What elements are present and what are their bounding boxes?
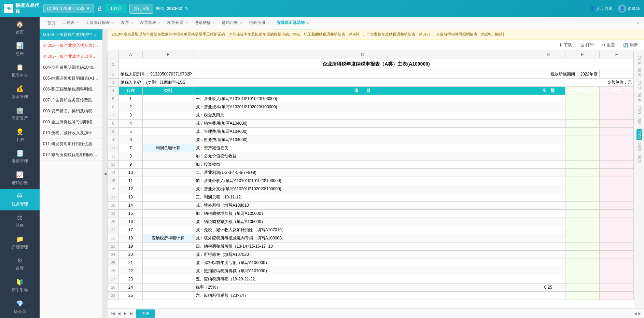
year-item-2017[interactable]: 2017 <box>636 79 642 90</box>
sidebar-item-fixed-assets[interactable]: 🏢 固定资产 <box>0 103 40 125</box>
year-item-2018[interactable]: 2018 <box>636 92 642 102</box>
close-icon[interactable]: × <box>76 21 79 25</box>
sidebar-item-report-center[interactable]: 📋 报表中心 <box>0 60 40 82</box>
tab-home[interactable]: 首页 <box>44 17 59 29</box>
table-row: 15 11 加：营业外收入(填写A101010\101020\103000) <box>108 177 634 185</box>
sheet-next[interactable]: ▶ <box>123 311 128 316</box>
sidebar-item-label: 首页 <box>16 29 24 35</box>
sidebar-item-fund-mgmt[interactable]: 💰 资金管理 <box>0 82 40 103</box>
form-list-item-008[interactable]: 008-资产折旧、摊销及纳税... <box>40 106 102 117</box>
tab-invoice[interactable]: 发票 × <box>117 17 137 29</box>
table-title-cell: 企业所得税年度纳税申报表（A类）主表(A100000) <box>119 58 634 70</box>
form-list-item-009[interactable]: 009-企业所得税补亏损明细... <box>40 117 102 128</box>
tab-purchase-verify[interactable]: 进销稽核 × <box>191 17 218 29</box>
close-icon[interactable]: × <box>158 21 160 25</box>
table-row: 18 14 减：境外所得（填写A108010） <box>108 201 634 209</box>
scroll-right-icon[interactable]: ▶ <box>638 311 641 316</box>
company-selector[interactable]: (勿删) 江西服宝-LSS ▼ <box>43 4 94 13</box>
ledger-icon: 📊 <box>16 42 24 50</box>
tab-tax-clear[interactable]: 税表清册 × <box>246 17 273 29</box>
period-edit-icon[interactable]: ✎ <box>185 6 188 11</box>
form-list-item-001[interactable]: 001-企业所得税年度纳税申报... <box>40 29 102 40</box>
form-list-item-011[interactable]: 011-研发费用加计扣除优惠... <box>40 139 102 150</box>
year-item-2021[interactable]: 2021 <box>636 116 642 127</box>
currency-cell: 金额单位：元 <box>531 78 634 86</box>
close-icon[interactable]: × <box>307 21 309 25</box>
sheet-tab-main[interactable]: 主表 <box>136 309 155 318</box>
table-row: 19 15 加：纳税调整增加额（填写A105000） <box>108 209 634 218</box>
user-area[interactable]: 👤 徐逢华 <box>618 4 640 13</box>
col-header-f: F <box>600 51 634 58</box>
old-version-button[interactable]: 切到旧版 <box>129 4 153 14</box>
sidebar-item-closing[interactable]: ⚖ 结账 <box>0 210 40 232</box>
form-list-item-010[interactable]: 010-免税、减计收入及加计... <box>40 128 102 139</box>
spreadsheet-panel: 2019年度步及取以前年度结转数据的申报表单元格需要手工维护正确，才能保证本年及… <box>108 29 644 318</box>
sheet-next-last[interactable]: ▶| <box>129 311 134 316</box>
tab-income-tax[interactable]: 所得税汇算清缴 × <box>273 17 312 29</box>
table-row: 27 23 五、应纳税所得额（19-20-21-22） <box>108 275 634 283</box>
sheet-prev-first[interactable]: |◀ <box>110 311 116 316</box>
tab-salary-stats[interactable]: 工资统计报表 × <box>82 17 117 29</box>
sidebar-item-home[interactable]: 🏠 首页 <box>0 17 40 39</box>
close-main-icon[interactable]: × <box>637 20 640 26</box>
sidebar-item-salary[interactable]: 👷 工资 <box>0 125 40 146</box>
avatar-icon: 👤 <box>620 6 625 11</box>
download-button[interactable]: ⬇ 下载 <box>557 41 574 49</box>
close-icon[interactable]: × <box>185 21 187 25</box>
sidebar-item-member[interactable]: 💎 畅会员 <box>0 296 40 318</box>
collapse-handle[interactable]: ◀ <box>103 29 108 318</box>
form-list-item-012[interactable]: 012-减免所得税优惠明细表(... <box>40 150 102 161</box>
sidebar-item-archive[interactable]: 📁 归档管理 <box>0 232 40 253</box>
dropdown-icon: ▼ <box>86 6 90 11</box>
form-list-item-006[interactable]: 006-职工薪酬纳税调整明细... <box>40 84 102 95</box>
sidebar-item-settings[interactable]: ⚙ 设置 <box>0 253 40 275</box>
year-item-2016[interactable]: 2016 <box>636 67 642 78</box>
year-item-2022[interactable]: 2022 <box>636 129 642 140</box>
tab-purchase-ledger[interactable]: 进销台账 × <box>218 17 246 29</box>
year-item-2019[interactable]: 2019 <box>636 54 642 65</box>
close-icon[interactable]: × <box>112 21 114 25</box>
col-header-a: A <box>119 51 143 58</box>
sidebar-item-label: 归档管理 <box>12 244 28 250</box>
form-list-item-002[interactable]: ⊙ 002-一般企业收入明细表(A1... <box>40 40 102 51</box>
sidebar-item-label: 新手引导 <box>12 287 28 293</box>
company-name-cell: 纳税人名称： (勿删）江西服宝-LSS <box>119 78 194 86</box>
table-row: 8 4 减：销售费用(填写A104000) <box>108 119 634 127</box>
sheet-prev[interactable]: ◀ <box>116 311 122 316</box>
close-icon[interactable]: × <box>131 21 133 25</box>
support-area[interactable]: 👤 人工咨询 <box>590 6 613 12</box>
sidebar-item-general-ledger[interactable]: 📊 总账 <box>0 39 40 60</box>
tab-salary[interactable]: 工资表 × <box>59 17 82 29</box>
sidebar-item-guide[interactable]: 🔰 新手引导 <box>0 275 40 296</box>
reset-button[interactable]: ↺ 重置 <box>600 41 617 49</box>
sidebar-item-invoice-mgmt[interactable]: 🧾 发票管理 <box>0 146 40 168</box>
sidebar-item-purchase-sales[interactable]: 📈 进销台账 <box>0 168 40 189</box>
close-icon[interactable]: × <box>240 21 242 25</box>
refresh-button[interactable]: 🔄 刷新 <box>621 41 640 49</box>
close-icon[interactable]: × <box>213 21 215 25</box>
refresh-icon: 🔄 <box>623 43 628 47</box>
nav-tabs: 首页 工资表 × 工资统计报表 × 发票 × 发票算表 × 发票开票 × <box>40 17 644 29</box>
print-icon[interactable]: 🖨 <box>97 5 102 12</box>
workbench-button[interactable]: 工作台 <box>105 4 127 13</box>
form-list-item-005[interactable]: 005-纳税调整项目明细表(A1... <box>40 73 102 84</box>
sidebar-item-label: 工资 <box>16 137 24 143</box>
sidebar-item-tax-mgmt[interactable]: 🏛 税务管理 <box>0 189 40 210</box>
year-timeline: 2019 2016 2017 2018 2020 2021 2022 2023 … <box>634 51 644 308</box>
support-label: 人工咨询 <box>596 6 613 12</box>
tab-invoice-calc[interactable]: 发票算表 × <box>137 17 164 29</box>
year-item-2024[interactable]: 2024 <box>636 154 642 165</box>
close-icon[interactable]: × <box>267 21 269 25</box>
tab-invoice-open[interactable]: 发票开票 × <box>164 17 191 29</box>
table-container[interactable]: A B C D E F <box>108 51 634 308</box>
warning-text: 2019年度步及取以前年度结转数据的申报表单元格需要手工维护正确，才能保证本年及… <box>112 32 508 36</box>
print-button[interactable]: 🖨 打印 <box>578 41 596 49</box>
year-item-2020[interactable]: 2020 <box>636 104 642 115</box>
col-lirun-header: 利润主全额 <box>565 86 600 95</box>
year-item-2023[interactable]: 2023 <box>636 141 642 152</box>
form-list-item-007[interactable]: 007-广告费和业务宣传费跌... <box>40 95 102 106</box>
table-title-row: 1 企业所得税年度纳税申报表（A类）主表(A100000) <box>108 58 634 70</box>
scroll-left-icon[interactable]: ◀ <box>634 311 637 316</box>
form-list-item-003[interactable]: ⊙ 003-一般企业成本支出明细... <box>40 51 102 62</box>
form-list-item-004[interactable]: 004-期间费用明细表(A1040... <box>40 62 102 73</box>
